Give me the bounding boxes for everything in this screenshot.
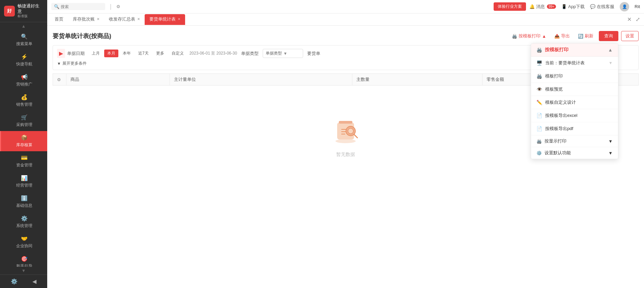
app-download-btn[interactable]: 📱 App下载 <box>561 4 585 10</box>
tab-receipts-close[interactable]: ✕ <box>137 17 140 21</box>
settings-icon[interactable]: ⚙️ <box>11 278 18 285</box>
dropdown-item-template-excel[interactable]: 📄 按模板导出excel <box>531 109 618 122</box>
sidebar-item-inventory[interactable]: 📦 库存核算 <box>0 131 47 151</box>
tab-maximize-btn[interactable]: ⤢ <box>634 15 641 23</box>
print-dropdown-menu: 🖨️ 按模板打印 ▲ 🖥️ 当前：要货单统计表 ▼ 🖨️ <box>531 43 618 159</box>
app-name: 畅捷通好生意 <box>18 3 43 14</box>
sidebar-item-basic[interactable]: ℹ️ 基础信息 <box>0 192 47 212</box>
date-btn-last7[interactable]: 近7天 <box>135 50 152 57</box>
dropdown-item-template-pdf[interactable]: 📄 按模板导出pdf <box>531 122 618 135</box>
filter-row: 单据日期 上月 本月 本年 近7天 更多 自定义 2023-06-01 至 20… <box>67 49 320 58</box>
page-content: 要货单统计表(按商品) 🖨️ 按模板打印 ▲ 📤 导出 🔄 刷新 <box>47 26 644 288</box>
online-service-icon: 💬 <box>590 4 595 9</box>
page-inner: 要货单统计表(按商品) 🖨️ 按模板打印 ▲ 📤 导出 🔄 刷新 <box>47 26 644 288</box>
search-nav-icon: 🔍 <box>21 33 28 40</box>
refresh-button[interactable]: 🔄 刷新 <box>575 32 596 40</box>
empty-illustration <box>329 113 362 146</box>
order-type-label: 单据类型 <box>241 51 259 57</box>
tab-batch-close[interactable]: ✕ <box>97 17 99 21</box>
tab-home[interactable]: 首页 <box>50 14 68 25</box>
table-col-quantity: 主数量 <box>352 74 482 86</box>
sidebar-item-label: 快捷导航 <box>16 61 32 67</box>
table-col-unit: 主计量单位 <box>170 74 352 86</box>
current-template-label: 当前：要货单统计表 <box>545 60 605 66</box>
dropdown-item-template-design[interactable]: ✏️ 模板自定义设计 <box>531 96 618 109</box>
date-range-text: 2023-06-01 至 2023-06-30 <box>189 51 237 56</box>
dropdown-header: 🖨️ 按模板打印 ▲ <box>531 43 618 57</box>
table-col-goods: 商品 <box>66 74 170 86</box>
template-preview-label: 模板预览 <box>545 86 613 92</box>
default-func-arrow: ▼ <box>608 151 613 156</box>
online-service-label: 在线客服 <box>597 4 614 10</box>
filter-expand-icon[interactable]: ▶ <box>57 49 65 58</box>
sidebar-item-guide[interactable]: 🎯 新手引导 <box>0 252 47 267</box>
sidebar-item-marketing[interactable]: 📢 营销推广 <box>0 70 47 91</box>
avatar[interactable]: 👤 <box>620 2 629 11</box>
dropdown-item-current[interactable]: 🖥️ 当前：要货单统计表 ▼ <box>531 57 618 70</box>
order-type-select[interactable]: 单据类型 ▼ <box>263 49 303 58</box>
order-type-arrow-icon: ▼ <box>283 51 287 56</box>
tab-home-label: 首页 <box>55 16 63 22</box>
export-button[interactable]: 📤 导出 <box>552 32 573 40</box>
purchase-nav-icon: 🛒 <box>21 114 28 121</box>
template-pdf-label: 按模板导出pdf <box>545 126 613 132</box>
shortcut-nav-icon: ⚡ <box>21 54 28 60</box>
dropdown-section-display-print[interactable]: 🖨️ 按显示打印 ▼ <box>531 135 618 147</box>
date-btn-custom[interactable]: 自定义 <box>169 50 187 57</box>
sidebar-item-purchase[interactable]: 🛒 采购管理 <box>0 111 47 131</box>
topbar-search-box[interactable]: 🔍 <box>51 3 105 10</box>
sidebar-item-label: 资金管理 <box>16 162 32 168</box>
table-settings-icon[interactable]: ⚙ <box>57 77 61 82</box>
sidebar-item-search[interactable]: 🔍 搜索菜单 <box>0 30 47 50</box>
inventory-nav-icon: 📦 <box>21 134 28 141</box>
tab-batch[interactable]: 库存批次账 ✕ <box>68 14 104 25</box>
expand-label: 展开更多条件 <box>62 61 87 66</box>
tab-receipts[interactable]: 收发存汇总表 ✕ <box>104 14 145 25</box>
scroll-down-btn[interactable]: ▼ <box>0 267 47 275</box>
svg-rect-2 <box>339 121 352 124</box>
message-label: 消息 <box>536 4 545 10</box>
sidebar-item-sales[interactable]: 💰 销售管理 <box>0 91 47 111</box>
dropdown-item-template-preview[interactable]: 👁️ 模板预览 <box>531 83 618 96</box>
date-btn-more[interactable]: 更多 <box>153 50 167 57</box>
topbar-config-icon[interactable]: ⚙ <box>116 4 120 9</box>
print-button[interactable]: 🖨️ 按模板打印 ▲ <box>509 32 549 40</box>
date-btn-current-month[interactable]: 本月 <box>104 50 118 57</box>
export-label: 导出 <box>561 33 570 39</box>
date-btn-current-year[interactable]: 本年 <box>120 50 134 57</box>
tab-orders-close[interactable]: ✕ <box>178 17 180 21</box>
sidebar-item-operation[interactable]: 📊 经营管理 <box>0 171 47 192</box>
message-btn[interactable]: 🔔 消息 99+ <box>529 4 556 10</box>
topbar-divider: | <box>110 3 112 10</box>
promo-button[interactable]: 体验行业方案 <box>494 2 526 11</box>
default-func-icon: ⚙️ <box>536 151 542 156</box>
sidebar-item-finance[interactable]: 💳 资金管理 <box>0 151 47 171</box>
sidebar-item-label: 经营管理 <box>16 183 32 188</box>
scroll-up-btn[interactable]: ▲ <box>0 22 47 30</box>
print-arrow-icon: ▲ <box>542 34 546 39</box>
sales-nav-icon: 💰 <box>21 94 28 100</box>
sidebar-item-shortcut[interactable]: ⚡ 快捷导航 <box>0 50 47 70</box>
date-btn-prev-month[interactable]: 上月 <box>89 50 103 57</box>
template-pdf-icon: 📄 <box>536 126 542 131</box>
tab-receipts-label: 收发存汇总表 <box>109 16 135 22</box>
query-button[interactable]: 查询 <box>599 31 618 41</box>
dropdown-section-default-func[interactable]: ⚙️ 设置默认功能 ▼ <box>531 147 618 159</box>
online-service-btn[interactable]: 💬 在线客服 <box>590 4 614 10</box>
svg-point-0 <box>335 139 356 143</box>
enterprise-nav-icon: 🤝 <box>21 235 28 242</box>
sidebar-item-label: 库存核算 <box>16 142 32 148</box>
filter-date-btns: 上月 本月 本年 近7天 更多 自定义 2023-06-01 至 2023-06… <box>89 50 237 57</box>
collapse-icon[interactable]: ◀ <box>32 278 36 285</box>
sidebar-item-enterprise[interactable]: 🤝 企业协同 <box>0 232 47 252</box>
dropdown-item-template-print[interactable]: 🖨️ 模板打印 <box>531 70 618 83</box>
display-print-icon: 🖨️ <box>536 139 542 144</box>
logo-text: 畅捷通好生意 标准版 <box>18 3 43 19</box>
tab-close-btn[interactable]: ✕ <box>626 15 633 23</box>
dropdown-close-btn[interactable]: ▲ <box>608 47 613 53</box>
settings-button[interactable]: 设置 <box>621 31 639 41</box>
sidebar-item-system[interactable]: ⚙️ 系统管理 <box>0 212 47 232</box>
tab-orders[interactable]: 要货单统计表 ✕ <box>145 14 185 25</box>
search-input[interactable] <box>61 4 101 9</box>
topbar: 🔍 | ⚙ 体验行业方案 🔔 消息 99+ 📱 App下载 💬 在线客服 👤 R… <box>47 0 644 13</box>
